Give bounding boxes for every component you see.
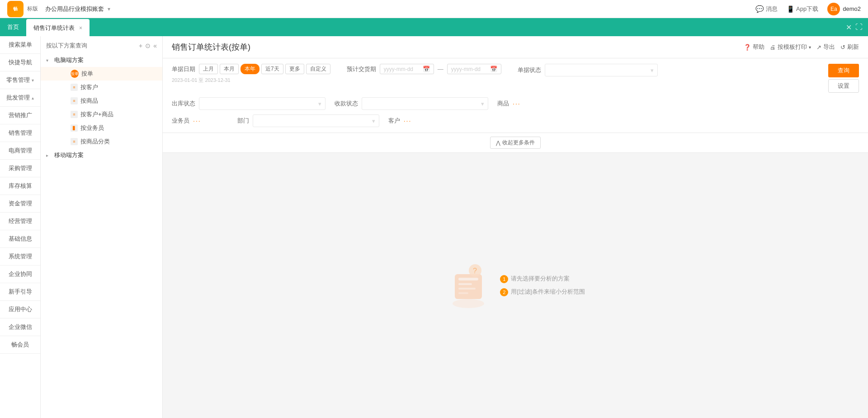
- customer-dots-icon[interactable]: ···: [404, 117, 412, 124]
- date-btn-last-7-days[interactable]: 近7天: [261, 64, 283, 74]
- sidebar-item-newbie[interactable]: 新手引导: [0, 283, 40, 301]
- date-btn-more[interactable]: 更多: [285, 64, 304, 74]
- by-category-icon: ≡: [71, 138, 78, 145]
- tab-close-window-icon[interactable]: ✕: [846, 23, 852, 32]
- edit-plan-icon[interactable]: ⊙: [145, 42, 151, 49]
- avatar: Ea: [827, 3, 840, 15]
- sidebar-item-search-menu[interactable]: 搜索菜单: [0, 36, 40, 54]
- tree-group-label: 电脑端方案: [54, 56, 84, 64]
- sidebar-item-ecommerce[interactable]: 电商管理: [0, 142, 40, 160]
- order-status-dropdown[interactable]: ▾: [545, 64, 658, 76]
- empty-state: ? 1 请先选择要分析的方案 2 用[过滤]条件来缩小分析范围: [446, 261, 585, 310]
- tree-item-label: 按单: [81, 70, 93, 78]
- sidebar-item-wholesale-mgmt[interactable]: 批发管理 ▴: [0, 89, 40, 107]
- brand-logo: 畅: [7, 1, 24, 17]
- main-layout: 搜索菜单 快捷导航 零售管理 ▾ 批发管理 ▴ 营销推广 销售管理 电商管理 采…: [0, 36, 868, 418]
- sidebar-item-enterprise-wechat[interactable]: 企业微信: [0, 318, 40, 336]
- export-action[interactable]: ↗ 导出: [816, 43, 835, 51]
- date-btn-this-year[interactable]: 本年: [241, 64, 259, 74]
- collapse-panel-icon[interactable]: «: [153, 42, 157, 49]
- sidebar-item-marketing[interactable]: 营销推广: [0, 107, 40, 124]
- data-area: ? 1 请先选择要分析的方案 2 用[过滤]条件来缩小分析范围: [163, 153, 868, 418]
- tree-item-by-product[interactable]: ≡ 按商品: [41, 94, 162, 108]
- salesperson-dots-icon[interactable]: ···: [193, 117, 201, 124]
- svg-text:?: ?: [473, 267, 477, 275]
- app-download-action[interactable]: 📱 App下载: [787, 5, 818, 13]
- sidebar-item-app-center[interactable]: 应用中心: [0, 301, 40, 318]
- order-status-label: 单据状态: [518, 66, 541, 74]
- tree-group-label: 移动端方案: [54, 151, 84, 159]
- empty-hint-2: 2 用[过滤]条件来缩小分析范围: [500, 288, 585, 296]
- left-panel-title: 按以下方案查询: [46, 42, 87, 50]
- date-end-input[interactable]: yyyy-mm-dd 📅: [447, 64, 501, 74]
- tree-item-by-order[interactable]: 按单 按单: [41, 67, 162, 81]
- sidebar-item-finance[interactable]: 资金管理: [0, 195, 40, 213]
- user-profile[interactable]: Ea demo2: [827, 3, 861, 15]
- message-action[interactable]: 💬 消息: [755, 5, 778, 13]
- tree-item-by-customer[interactable]: ≡ 按客户: [41, 81, 162, 94]
- date-btn-this-month[interactable]: 本月: [220, 64, 239, 74]
- tab-expand-icon[interactable]: ⛶: [855, 23, 863, 31]
- tab-bar-actions: ✕ ⛶: [846, 23, 868, 32]
- svg-point-0: [453, 299, 484, 308]
- salesperson-label: 业务员: [172, 117, 189, 125]
- customer-label: 客户: [388, 117, 400, 125]
- delivery-status-dropdown[interactable]: ▾: [199, 97, 326, 110]
- empty-illustration: ?: [446, 261, 491, 310]
- brand-name: 标版: [27, 5, 38, 12]
- product-dots-icon[interactable]: ···: [513, 100, 521, 107]
- sidebar-item-enterprise[interactable]: 企业协同: [0, 266, 40, 283]
- delivery-status-label: 出库状态: [172, 100, 195, 108]
- template-print-icon: 🖨: [770, 44, 776, 51]
- refresh-icon: ↺: [840, 44, 845, 51]
- delivery-status-arrow-icon: ▾: [318, 100, 321, 107]
- svg-rect-2: [458, 278, 478, 280]
- tree-group-mobile-plan[interactable]: ▸ 移动端方案: [41, 148, 162, 162]
- tab-close-icon[interactable]: ×: [79, 25, 82, 31]
- department-dropdown[interactable]: ▾: [253, 114, 379, 127]
- svg-rect-3: [458, 283, 472, 285]
- workspace-arrow[interactable]: ▾: [108, 6, 110, 12]
- tab-sales-stats[interactable]: 销售订单统计表 ×: [26, 19, 90, 37]
- sidebar-item-membership[interactable]: 畅会员: [0, 336, 40, 354]
- tab-home[interactable]: 首页: [0, 18, 26, 36]
- chevron-down-icon: ▾: [32, 78, 34, 83]
- payment-status-arrow-icon: ▾: [481, 100, 484, 107]
- tree-item-by-customer-product[interactable]: ≡ 按客户+商品: [41, 108, 162, 121]
- sidebar-item-basic-info[interactable]: 基础信息: [0, 230, 40, 248]
- tree-group-pc-plan[interactable]: ▾ 电脑端方案: [41, 53, 162, 67]
- template-print-action[interactable]: 🖨 按模板打印 ▾: [770, 43, 811, 51]
- sidebar-item-operations[interactable]: 经营管理: [0, 213, 40, 230]
- date-start-input[interactable]: yyyy-mm-dd 📅: [380, 64, 434, 74]
- by-product-icon: ≡: [71, 97, 78, 104]
- collapse-button[interactable]: ⋀ 收起更多条件: [490, 137, 541, 149]
- sidebar-item-inventory[interactable]: 库存核算: [0, 177, 40, 195]
- top-bar-left: 畅 标版 办公用品行业模拟账套 ▾: [7, 1, 110, 17]
- payment-status-dropdown[interactable]: ▾: [362, 97, 488, 110]
- sidebar-item-quick-nav[interactable]: 快捷导航: [0, 54, 40, 71]
- export-icon: ↗: [816, 44, 821, 51]
- sidebar-item-retail-mgmt[interactable]: 零售管理 ▾: [0, 71, 40, 89]
- by-salesperson-icon: ▊: [71, 124, 78, 132]
- sidebar-item-purchase[interactable]: 采购管理: [0, 160, 40, 177]
- settings-button[interactable]: 设置: [828, 79, 859, 93]
- tree-item-by-category[interactable]: ≡ 按商品分类: [41, 135, 162, 148]
- sidebar-item-sales-mgmt[interactable]: 销售管理: [0, 124, 40, 142]
- help-action[interactable]: ❓ 帮助: [744, 43, 764, 51]
- workspace-name: 办公用品行业模拟账套: [45, 5, 104, 13]
- template-print-arrow-icon: ▾: [809, 45, 811, 50]
- empty-hints: 1 请先选择要分析的方案 2 用[过滤]条件来缩小分析范围: [500, 275, 585, 296]
- app-download-icon: 📱: [787, 5, 794, 13]
- sidebar-item-system[interactable]: 系统管理: [0, 248, 40, 266]
- empty-hint-1: 1 请先选择要分析的方案: [500, 275, 585, 283]
- tree-expand-icon: ▾: [46, 58, 52, 63]
- collapse-bar: ⋀ 收起更多条件: [163, 133, 868, 153]
- chevron-up-icon: ▴: [32, 95, 34, 100]
- refresh-action[interactable]: ↺ 刷新: [840, 43, 859, 51]
- query-button[interactable]: 查询: [828, 64, 859, 77]
- tree-item-by-salesperson[interactable]: ▊ 按业务员: [41, 121, 162, 135]
- date-btn-custom[interactable]: 自定义: [306, 64, 330, 74]
- by-order-icon: 按单: [71, 70, 79, 78]
- add-plan-icon[interactable]: +: [139, 42, 142, 49]
- date-btn-last-month[interactable]: 上月: [199, 64, 218, 74]
